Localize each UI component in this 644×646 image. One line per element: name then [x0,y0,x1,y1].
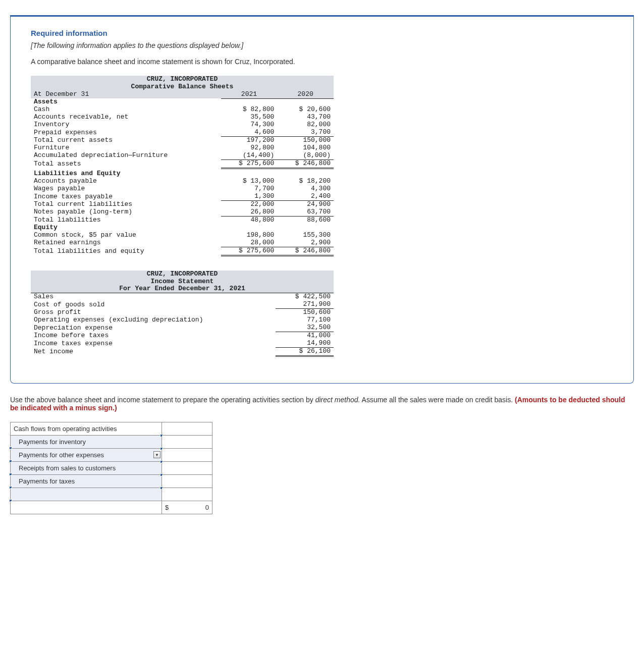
row-tle: Total liabilities and equity [31,247,221,255]
applies-note: [The following information applies to th… [31,41,618,49]
row-prepaid: Prepaid expenses [31,129,221,136]
answer-amt-3[interactable] [162,461,212,474]
is-company: CRUZ, INCORPORATED [31,271,334,278]
answer-amt-4[interactable] [162,474,212,488]
row-opex: Operating expenses (excluding depreciati… [31,316,276,324]
row-cash: Cash [31,106,221,114]
answer-row-2[interactable]: Payments for other expenses [11,448,162,461]
answer-row-1[interactable]: Payments for inventory [11,435,162,448]
problem-box: Required information [The following info… [10,15,634,384]
balance-sheet-table: CRUZ, INCORPORATED Comparative Balance S… [31,76,334,256]
assets-label: Assets [31,98,221,106]
row-ta: Total assets [31,159,221,168]
bs-col-2020: 2020 [277,91,334,98]
answer-table: Cash flows from operating activities Pay… [10,422,212,514]
required-info-title: Required information [31,29,618,37]
answer-header-blank[interactable] [162,422,212,435]
row-tl: Total liabilities [31,216,221,224]
row-ap: Accounts payable [31,178,221,185]
row-ar: Accounts receivable, net [31,114,221,121]
answer-row-3[interactable]: Receipts from sales to customers [11,461,162,474]
answer-row-5[interactable] [11,488,162,501]
row-tca: Total current assets [31,137,221,144]
answer-amt-1[interactable] [162,435,212,448]
answer-total: $ 0 [162,501,212,514]
liab-equity-label: Liabilities and Equity [31,168,221,178]
row-ibt: Income before taxes [31,332,276,340]
answer-amt-2[interactable] [162,448,212,461]
row-dep: Depreciation expense [31,324,276,332]
row-ite: Income taxes expense [31,340,276,347]
equity-label: Equity [31,224,221,232]
row-wp: Wages payable [31,185,221,193]
row-furn: Furniture [31,144,221,152]
row-cogs: Cost of goods sold [31,301,276,308]
row-itp: Income taxes payable [31,193,221,200]
bs-company: CRUZ, INCORPORATED [31,76,334,83]
bs-period-label: At December 31 [31,91,221,98]
dropdown-caret-icon[interactable] [153,451,160,458]
bs-title: Comparative Balance Sheets [31,83,334,91]
bs-col-2021: 2021 [221,91,278,98]
instructions: Use the above balance sheet and income s… [10,396,634,412]
row-gp: Gross profit [31,309,276,316]
row-cs: Common stock, $5 par value [31,232,221,239]
answer-amt-5[interactable] [162,488,212,501]
answer-header: Cash flows from operating activities [11,422,162,435]
row-sales: Sales [31,293,276,301]
row-accdep: Accumulated depreciation—Furniture [31,152,221,159]
income-statement-table: CRUZ, INCORPORATED Income Statement For … [31,271,334,357]
row-ni: Net income [31,347,276,356]
answer-total-label[interactable] [11,501,162,514]
is-title: Income Statement [31,278,334,286]
description: A comparative balance sheet and income s… [31,58,618,66]
row-tcl: Total current liabilities [31,201,221,208]
row-re: Retained earnings [31,239,221,247]
is-period: For Year Ended December 31, 2021 [31,285,334,293]
row-np: Notes payable (long-term) [31,208,221,216]
row-inv: Inventory [31,121,221,129]
answer-row-4[interactable]: Payments for taxes [11,474,162,488]
